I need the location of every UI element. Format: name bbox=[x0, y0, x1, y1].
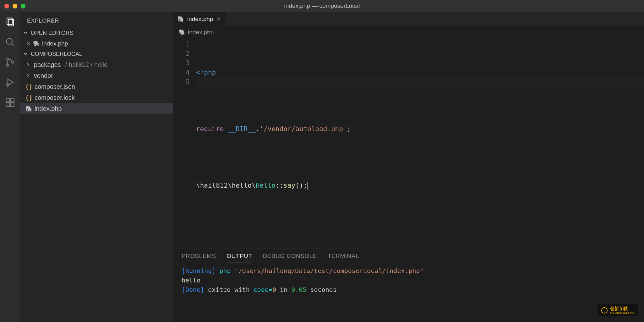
output-token: [Done] bbox=[182, 286, 204, 293]
output-token: exited with bbox=[208, 286, 249, 293]
watermark: 创新互联 CHUANGXINHULING bbox=[598, 304, 638, 316]
open-editor-item[interactable]: ✕ 🐘 index.php bbox=[20, 38, 173, 49]
svg-point-2 bbox=[7, 39, 12, 44]
open-editor-file: index.php bbox=[42, 40, 68, 47]
php-file-icon: 🐘 bbox=[178, 16, 184, 23]
tab-label: index.php bbox=[187, 16, 213, 23]
file-row-composer-json[interactable]: { } composer.json bbox=[20, 81, 173, 92]
explorer-sidebar: EXPLORER OPEN EDITORS ✕ 🐘 index.php COMP… bbox=[20, 12, 173, 322]
svg-rect-11 bbox=[6, 103, 9, 106]
line-number: 5 bbox=[173, 77, 190, 87]
folder-name: packages bbox=[34, 61, 61, 68]
json-file-icon: { } bbox=[26, 94, 32, 101]
open-editors-label: OPEN EDITORS bbox=[31, 30, 74, 36]
code-editor[interactable]: 1 2 3 4 5 <?php require __DIR__.'/vendor… bbox=[173, 38, 644, 249]
svg-point-8 bbox=[6, 83, 9, 86]
panel-tab-debug-console[interactable]: DEBUG CONSOLE bbox=[263, 253, 317, 262]
code-token: \hail812\hello\ bbox=[196, 182, 256, 189]
watermark-text: 创新互联 bbox=[610, 306, 635, 312]
svg-rect-9 bbox=[6, 98, 9, 102]
minimize-window-button[interactable] bbox=[13, 4, 17, 8]
code-token: . bbox=[256, 125, 260, 133]
output-token: hello bbox=[182, 276, 200, 284]
line-number: 4 bbox=[173, 68, 190, 77]
window-controls bbox=[4, 4, 25, 8]
output-token: code= bbox=[254, 286, 272, 293]
code-token: '/vendor/autoload.php' bbox=[259, 125, 347, 133]
file-name: composer.json bbox=[35, 83, 75, 90]
folder-row-vendor[interactable]: vendor bbox=[20, 70, 173, 81]
panel-tab-problems[interactable]: PROBLEMS bbox=[182, 253, 216, 262]
code-token: Hello bbox=[256, 182, 276, 189]
code-token: say bbox=[283, 182, 295, 189]
run-debug-icon[interactable] bbox=[4, 77, 16, 88]
code-token: ; bbox=[347, 125, 351, 133]
svg-point-5 bbox=[6, 64, 8, 66]
source-control-icon[interactable] bbox=[4, 56, 16, 68]
output-token: [Running] bbox=[182, 267, 216, 275]
panel-tab-terminal[interactable]: TERMINAL bbox=[328, 253, 359, 262]
output-token: 0 bbox=[272, 286, 276, 293]
php-file-icon: 🐘 bbox=[26, 105, 32, 112]
php-file-icon: 🐘 bbox=[179, 29, 185, 36]
line-gutter: 1 2 3 4 5 bbox=[173, 38, 196, 249]
code-token: (); bbox=[295, 182, 307, 189]
tab-index-php[interactable]: 🐘 index.php ✕ bbox=[173, 12, 226, 26]
svg-line-3 bbox=[12, 44, 14, 46]
svg-point-6 bbox=[12, 61, 14, 63]
svg-rect-12 bbox=[10, 103, 14, 106]
watermark-logo-icon bbox=[601, 307, 608, 314]
breadcrumb-file: index.php bbox=[188, 29, 214, 36]
watermark-sub: CHUANGXINHULING bbox=[610, 312, 635, 314]
line-number: 3 bbox=[173, 58, 190, 68]
file-name: composer.lock bbox=[35, 94, 75, 101]
search-icon[interactable] bbox=[4, 36, 16, 48]
output-token: "/Users/hailong/Data/test/composerLocal/… bbox=[235, 267, 424, 275]
chevron-down-icon bbox=[23, 51, 29, 57]
breadcrumb[interactable]: 🐘 index.php bbox=[173, 26, 644, 38]
code-content[interactable]: <?php require __DIR__.'/vendor/autoload.… bbox=[196, 38, 644, 249]
extensions-icon[interactable] bbox=[4, 97, 16, 108]
text-cursor bbox=[307, 182, 308, 190]
output-token: php bbox=[219, 267, 231, 275]
chevron-right-icon bbox=[26, 61, 31, 68]
sidebar-title: EXPLORER bbox=[20, 12, 173, 28]
workspace-section[interactable]: COMPOSERLOCAL bbox=[20, 49, 173, 59]
bottom-panel: PROBLEMS OUTPUT DEBUG CONSOLE TERMINAL [… bbox=[173, 249, 644, 322]
output-token: seconds bbox=[310, 286, 336, 293]
chevron-right-icon bbox=[26, 72, 31, 79]
folder-path: / hail812 / hello bbox=[65, 61, 108, 68]
chevron-down-icon bbox=[23, 30, 29, 36]
output-token: 0.05 bbox=[291, 286, 306, 293]
svg-point-4 bbox=[6, 58, 8, 60]
code-token: __DIR__ bbox=[228, 125, 256, 133]
file-row-index-php[interactable]: 🐘 index.php bbox=[20, 103, 173, 114]
output-content[interactable]: [Running] php "/Users/hailong/Data/test/… bbox=[173, 262, 644, 298]
panel-tab-output[interactable]: OUTPUT bbox=[227, 253, 252, 262]
file-name: index.php bbox=[35, 105, 62, 112]
json-file-icon: { } bbox=[26, 83, 32, 90]
editor-group: 🐘 index.php ✕ 🐘 index.php 1 2 3 4 5 bbox=[173, 12, 644, 322]
open-editors-section[interactable]: OPEN EDITORS bbox=[20, 28, 173, 38]
line-number: 1 bbox=[173, 40, 190, 49]
code-token: require bbox=[196, 125, 224, 133]
folder-row-packages[interactable]: packages / hail812 / hello bbox=[20, 59, 173, 70]
file-row-composer-lock[interactable]: { } composer.lock bbox=[20, 92, 173, 103]
close-window-button[interactable] bbox=[4, 4, 9, 8]
folder-name: vendor bbox=[34, 72, 53, 79]
output-token: in bbox=[280, 286, 287, 293]
maximize-window-button[interactable] bbox=[21, 4, 25, 8]
panel-tabs: PROBLEMS OUTPUT DEBUG CONSOLE TERMINAL bbox=[173, 249, 644, 262]
svg-rect-10 bbox=[10, 98, 14, 102]
php-file-icon: 🐘 bbox=[33, 40, 40, 47]
close-tab-icon[interactable]: ✕ bbox=[216, 16, 221, 23]
workspace-label: COMPOSERLOCAL bbox=[31, 51, 82, 57]
explorer-icon[interactable] bbox=[4, 16, 16, 28]
tab-bar: 🐘 index.php ✕ bbox=[173, 12, 644, 26]
activity-bar bbox=[0, 12, 20, 322]
window-title: index.php — composerLocal bbox=[284, 3, 360, 9]
titlebar: index.php — composerLocal bbox=[0, 0, 644, 12]
close-icon[interactable]: ✕ bbox=[26, 40, 31, 47]
code-token: <?php bbox=[196, 69, 216, 76]
line-number: 2 bbox=[173, 49, 190, 58]
